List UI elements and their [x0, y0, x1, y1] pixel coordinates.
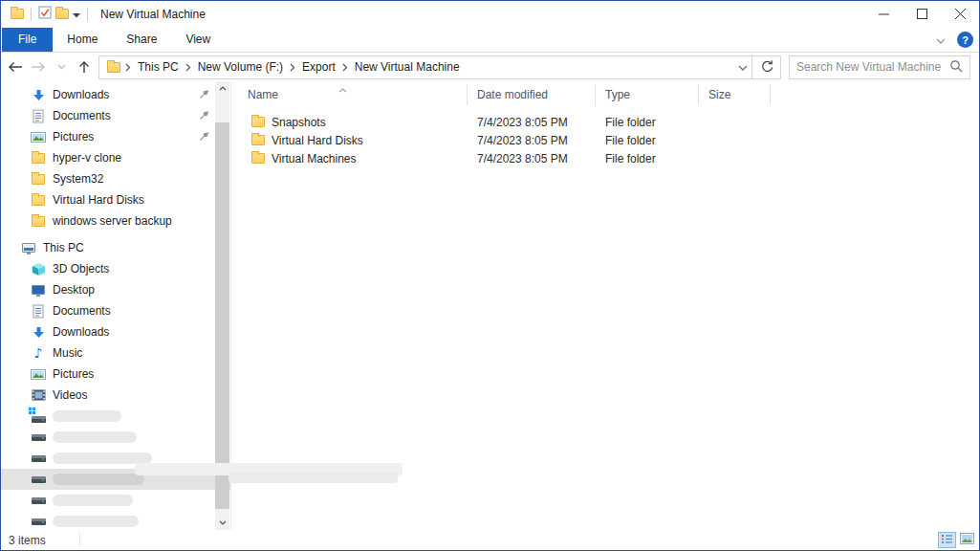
sidebar-item-downloads-pinned[interactable]: Downloads	[1, 84, 230, 105]
folder-icon	[31, 192, 46, 208]
sidebar-item-hyper-v-clone[interactable]: hyper-v clone	[1, 147, 230, 168]
large-icons-view-button[interactable]	[958, 532, 976, 548]
sidebar-item-drive-redacted[interactable]	[1, 406, 230, 427]
sidebar-item-pictures[interactable]: Pictures	[1, 364, 230, 385]
details-view-button[interactable]	[938, 532, 956, 548]
tab-home[interactable]: Home	[53, 28, 112, 52]
sidebar-item-windows-server-backup[interactable]: windows server backup	[1, 210, 230, 231]
pin-icon	[199, 110, 209, 123]
sidebar-item-label: Pictures	[53, 130, 94, 143]
help-button[interactable]: ?	[957, 32, 973, 48]
sidebar-item-virtual-hard-disks[interactable]: Virtual Hard Disks	[1, 189, 230, 210]
thumbnail-view-icon	[960, 533, 974, 547]
sidebar-item-documents[interactable]: Documents	[1, 300, 230, 321]
desktop-icon	[31, 282, 46, 298]
view-toggles	[938, 532, 976, 548]
file-type: File folder	[596, 116, 699, 129]
minimize-button[interactable]	[864, 1, 903, 27]
sidebar-item-drive-redacted[interactable]	[1, 511, 230, 530]
computer-icon	[21, 240, 36, 255]
sidebar-item-music[interactable]: ♪ Music	[1, 342, 230, 364]
drive-icon	[31, 493, 46, 508]
breadcrumb-export[interactable]: Export	[297, 60, 340, 74]
sidebar-item-label: Desktop	[53, 283, 95, 297]
details-view-icon	[941, 534, 953, 547]
file-row-snapshots[interactable]: Snapshots 7/4/2023 8:05 PM File folder	[231, 113, 979, 131]
sidebar-scrollbar[interactable]	[215, 81, 229, 530]
scroll-down-arrow-icon[interactable]	[215, 516, 229, 530]
sidebar-item-label: 3D Objects	[53, 262, 109, 276]
folder-icon	[31, 213, 46, 229]
address-bar[interactable]: This PC New Volume (F:) Export New Virtu…	[98, 55, 752, 79]
sidebar-item-desktop[interactable]: Desktop	[1, 279, 230, 300]
sidebar-item-3d-objects[interactable]: 3D Objects	[1, 258, 230, 279]
folder-icon	[251, 153, 265, 164]
column-header-size[interactable]: Size	[699, 84, 771, 105]
column-header-name[interactable]: Name	[231, 84, 468, 105]
close-button[interactable]	[941, 1, 979, 27]
qat-properties-button[interactable]	[36, 5, 54, 24]
scroll-up-arrow-icon[interactable]	[215, 81, 229, 96]
chevron-right-icon	[123, 63, 133, 72]
scrollbar-thumb[interactable]	[215, 122, 229, 509]
qat-new-folder-button[interactable]	[54, 5, 71, 24]
sidebar-item-label: Virtual Hard Disks	[53, 193, 144, 207]
expand-ribbon-chevron-icon[interactable]	[936, 33, 946, 47]
redacted-text	[53, 431, 137, 443]
refresh-icon	[760, 59, 773, 76]
sidebar-item-drive-redacted[interactable]	[1, 448, 230, 469]
forward-button[interactable]	[27, 55, 50, 78]
file-row-virtual-machines[interactable]: Virtual Machines 7/4/2023 8:05 PM File f…	[231, 149, 979, 167]
drive-icon	[31, 430, 46, 445]
sidebar-item-drive-redacted-selected[interactable]	[1, 469, 230, 490]
column-header-date-modified[interactable]: Date modified	[468, 84, 596, 105]
column-headers: Name Date modified Type Size	[231, 84, 771, 105]
sidebar-item-videos[interactable]: Videos	[1, 385, 230, 406]
sidebar-item-pictures-pinned[interactable]: Pictures	[1, 126, 230, 147]
videos-icon	[31, 387, 46, 403]
search-icon[interactable]	[949, 59, 963, 76]
breadcrumb-new-virtual-machine[interactable]: New Virtual Machine	[350, 60, 465, 74]
sidebar-item-drive-redacted[interactable]	[1, 427, 230, 448]
recent-locations-chevron-icon[interactable]	[50, 55, 73, 78]
address-dropdown-chevron-icon[interactable]	[738, 60, 748, 74]
windows-drive-icon	[31, 408, 46, 424]
pin-icon	[199, 89, 209, 102]
file-explorer-window: New Virtual Machine File Home Share View…	[0, 0, 980, 551]
chevron-right-icon	[288, 63, 297, 72]
refresh-button[interactable]	[752, 55, 781, 79]
sidebar-item-drive-redacted[interactable]	[1, 490, 230, 511]
breadcrumb-this-pc[interactable]: This PC	[133, 60, 184, 74]
qat-customize-button[interactable]	[71, 5, 82, 24]
up-button[interactable]	[73, 55, 96, 78]
sidebar-item-downloads[interactable]: Downloads	[1, 321, 230, 342]
sidebar-item-system32[interactable]: System32	[1, 168, 230, 189]
title-bar: New Virtual Machine	[1, 1, 979, 27]
file-name: Virtual Hard Disks	[272, 134, 363, 147]
sidebar-item-label: Downloads	[53, 325, 109, 339]
sidebar-item-label: windows server backup	[53, 214, 172, 228]
file-row-virtual-hard-disks[interactable]: Virtual Hard Disks 7/4/2023 8:05 PM File…	[231, 131, 979, 149]
sidebar-item-label: Pictures	[53, 367, 94, 381]
sidebar-item-documents-pinned[interactable]: Documents	[1, 105, 230, 126]
tab-share[interactable]: Share	[112, 28, 171, 52]
folder-icon	[31, 171, 46, 187]
maximize-button[interactable]	[903, 1, 941, 27]
file-name: Snapshots	[272, 116, 326, 129]
redacted-text	[53, 495, 133, 506]
downloads-icon	[31, 324, 46, 340]
search-input[interactable]	[796, 60, 949, 74]
folder-icon	[251, 135, 265, 145]
breadcrumb-new-volume[interactable]: New Volume (F:)	[193, 60, 288, 74]
tab-file[interactable]: File	[2, 28, 53, 52]
redacted-text	[53, 410, 121, 422]
content-area: Downloads Documents Pictures hyper-v clo…	[1, 81, 979, 530]
file-date: 7/4/2023 8:05 PM	[468, 116, 596, 129]
sidebar-item-this-pc[interactable]: This PC	[1, 237, 230, 258]
back-button[interactable]	[4, 55, 27, 78]
sidebar-item-label: This PC	[43, 241, 84, 254]
tab-view[interactable]: View	[171, 28, 225, 52]
column-header-type[interactable]: Type	[596, 84, 699, 105]
file-date: 7/4/2023 8:05 PM	[468, 134, 596, 147]
separator	[87, 8, 88, 21]
